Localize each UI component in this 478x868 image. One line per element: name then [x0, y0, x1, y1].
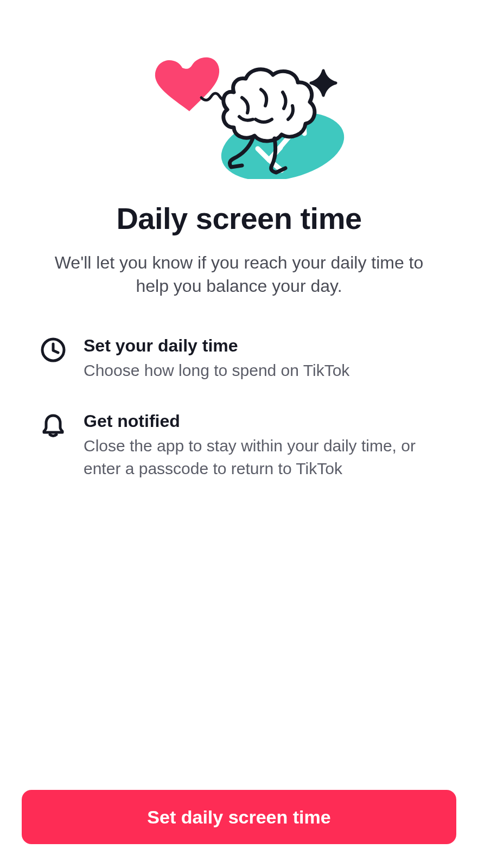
feature-list: Set your daily time Choose how long to s…: [22, 336, 456, 509]
clock-icon: [40, 337, 66, 363]
hero-illustration: [125, 38, 353, 179]
feature-get-notified: Get notified Close the app to stay withi…: [40, 411, 438, 480]
bell-icon: [40, 412, 66, 438]
feature-description: Choose how long to spend on TikTok: [84, 359, 438, 382]
feature-set-daily-time: Set your daily time Choose how long to s…: [40, 336, 438, 382]
page-title: Daily screen time: [22, 201, 456, 236]
feature-title: Set your daily time: [84, 336, 438, 356]
set-daily-screen-time-button[interactable]: Set daily screen time: [22, 790, 456, 844]
feature-title: Get notified: [84, 411, 438, 431]
page-subtitle: We'll let you know if you reach your dai…: [22, 251, 456, 298]
feature-description: Close the app to stay within your daily …: [84, 435, 438, 480]
